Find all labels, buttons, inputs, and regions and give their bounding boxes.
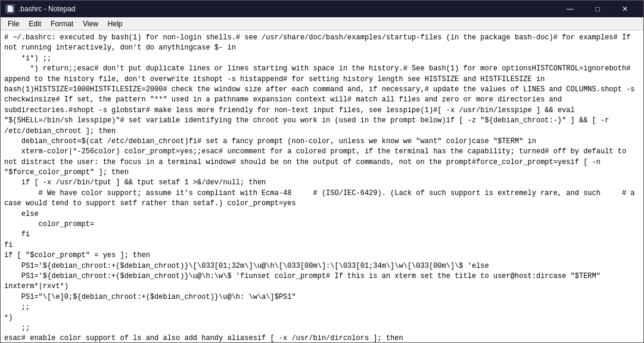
close-button[interactable]: ✕ bbox=[611, 3, 639, 15]
minimize-button[interactable]: — bbox=[556, 3, 584, 15]
window-title: .bashrc - Notepad bbox=[18, 5, 75, 13]
notepad-icon-letter: 📄 bbox=[7, 5, 14, 13]
title-bar: 📄 .bashrc - Notepad — □ ✕ bbox=[1, 1, 643, 17]
text-content-area[interactable]: # ~/.bashrc: executed by bash(1) for non… bbox=[1, 30, 643, 342]
notepad-window: 📄 .bashrc - Notepad — □ ✕ File Edit Form… bbox=[0, 0, 644, 343]
menu-edit[interactable]: Edit bbox=[24, 18, 46, 29]
notepad-icon: 📄 bbox=[5, 4, 15, 14]
window-controls: — □ ✕ bbox=[556, 3, 639, 15]
menu-format[interactable]: Format bbox=[46, 18, 78, 29]
menu-file[interactable]: File bbox=[3, 18, 24, 29]
file-content: # ~/.bashrc: executed by bash(1) for non… bbox=[4, 33, 640, 342]
maximize-button[interactable]: □ bbox=[584, 3, 611, 15]
menu-bar: File Edit Format View Help bbox=[1, 17, 643, 30]
title-bar-left: 📄 .bashrc - Notepad bbox=[5, 4, 75, 14]
menu-view[interactable]: View bbox=[78, 18, 103, 29]
menu-help[interactable]: Help bbox=[103, 18, 127, 29]
